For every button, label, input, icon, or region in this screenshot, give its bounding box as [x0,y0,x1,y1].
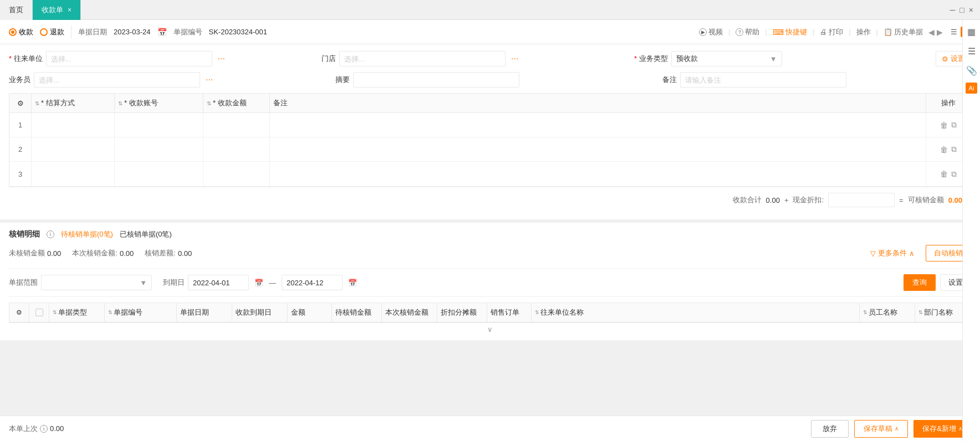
amount-sort-icon[interactable]: ⇅ [207,100,211,106]
row-3-remark[interactable] [270,162,926,186]
footer-info-icon[interactable]: i [40,425,48,433]
row-1-copy-icon[interactable]: ⧉ [951,120,957,130]
completed-tab[interactable]: 已核销单据(0笔) [120,229,172,239]
sidebar-list-icon[interactable]: ☰ [966,44,978,59]
settlement-sort-icon[interactable]: ⇅ [35,100,39,106]
range-select[interactable]: ▼ [41,275,152,290]
collapse-indicator[interactable]: ∨ [9,325,971,334]
minimize-button[interactable]: ─ [950,6,955,14]
row-1-remark[interactable] [270,113,926,137]
history-action[interactable]: 📋 历史单据 [884,27,923,37]
print-action[interactable]: 🖨 打印 [820,27,843,37]
account-sort-icon[interactable]: ⇅ [118,100,122,106]
due-date-start-calendar-icon[interactable]: 📅 [254,279,263,287]
staff-label: 业务员 [9,75,30,85]
more-conditions-btn[interactable]: ▽ 更多条件 ∧ [870,248,915,258]
pending-tab[interactable]: 待核销单据(0笔) [61,229,113,239]
print-label: 打印 [829,27,843,37]
sidebar-table-icon[interactable]: ▦ [965,24,978,39]
row-2-amount[interactable] [203,137,270,161]
close-button[interactable]: × [969,6,973,14]
settings-col-icon: ⚙ [17,99,24,107]
more-conditions-label: 更多条件 [878,248,907,258]
row-1-amount[interactable] [203,113,270,137]
abandon-label: 放弃 [823,424,837,433]
shortcut-action[interactable]: ⌨ 快捷键 [773,27,807,37]
bt-company-col: ⇅ 往来单位名称 [532,303,860,322]
history-icon: 📋 [884,28,892,36]
sidebar-attachment-icon[interactable]: 📎 [964,63,979,78]
row-1-delete-icon[interactable]: 🗑 [940,121,948,130]
settings-col-header[interactable]: ⚙ [9,94,32,112]
row-3-delete-icon[interactable]: 🗑 [940,170,948,178]
maximize-button[interactable]: □ [959,6,964,14]
notes-input[interactable] [680,72,846,88]
sep5: | [876,28,878,36]
staff-field: 业务员 ··· [9,72,318,88]
refund-radio[interactable]: 退款 [40,27,64,37]
range-chevron-icon: ▼ [140,279,147,287]
bt-settings-col[interactable]: ⚙ [9,303,29,322]
bt-check-col[interactable] [29,303,49,322]
store-input[interactable] [339,51,506,66]
store-more-icon[interactable]: ··· [511,54,518,64]
sep3: | [813,28,814,36]
bt-dept-label: 部门名称 [924,307,953,317]
sidebar-ai-icon[interactable]: Ai [966,83,978,94]
date-separator: — [269,279,276,287]
employee-sort-icon[interactable]: ⇅ [863,310,867,315]
row-1-account[interactable] [115,113,203,137]
help-action[interactable]: ? 帮助 [736,27,759,37]
query-button[interactable]: 查询 [904,274,936,291]
row-3-amount[interactable] [203,162,270,186]
staff-input[interactable] [34,72,200,88]
due-date-start-input[interactable] [188,275,249,290]
bt-amount-label: 金额 [291,307,305,317]
partner-more-icon[interactable]: ··· [218,54,225,64]
tab-home[interactable]: 首页 [0,0,33,20]
row-3-settlement[interactable] [32,162,115,186]
due-date-end-calendar-icon[interactable]: 📅 [348,279,357,287]
type-sort-icon[interactable]: ⇅ [53,310,57,315]
save-draft-button[interactable]: 保存草稿 ∧ [854,420,908,438]
account-col-label: * 收款账号 [124,98,158,108]
row-2-delete-icon[interactable]: 🗑 [940,145,948,154]
dept-sort-icon[interactable]: ⇅ [918,310,923,315]
due-date-end-input[interactable] [282,275,343,290]
action-col-label: 操作 [941,98,956,108]
tab-receipt[interactable]: 收款单 × [33,0,81,20]
video-action[interactable]: ▶ 视频 [699,27,723,37]
writeoff-info-icon[interactable]: i [47,230,54,238]
range-filter-field: 单据范围 ▼ [9,275,152,290]
summary-row: 收款合计 0.00 + 现金折扣: = 可核销金额 0.00 [9,187,971,213]
row-2-account[interactable] [115,137,203,161]
row-2-copy-icon[interactable]: ⧉ [951,145,957,154]
summary-input[interactable] [353,72,519,88]
discount-input[interactable] [828,193,895,207]
staff-more-icon[interactable]: ··· [206,75,213,85]
partner-input[interactable] [46,51,212,66]
row-3-account[interactable] [115,162,203,186]
business-type-select[interactable]: 预收款 ▼ [671,51,782,66]
calendar-icon[interactable]: 📅 [157,28,167,37]
row-1-settlement[interactable] [32,113,115,137]
row-2-remark[interactable] [270,137,926,161]
list-view-icon[interactable]: ☰ [948,27,959,37]
search-filters: 单据范围 ▼ 到期日 📅 — 📅 查询 设置 [9,268,971,297]
help-icon: ? [736,28,743,36]
save-new-label: 保存&新增 [922,424,956,434]
company-sort-icon[interactable]: ⇅ [535,310,539,315]
toolbar-divider-1 [71,25,72,39]
operations-action[interactable]: 操作 [856,27,871,37]
tab-close-icon[interactable]: × [68,6,72,14]
num-sort-icon[interactable]: ⇅ [108,310,113,315]
select-all-checkbox[interactable] [35,309,43,316]
current-info-value: 0.00 [50,424,64,433]
nav-prev-icon[interactable]: ◀ [928,28,935,37]
bt-salesorder-label: 销售订单 [491,307,519,317]
row-3-copy-icon[interactable]: ⧉ [951,170,957,179]
receipt-radio[interactable]: 收款 [9,27,33,37]
row-2-settlement[interactable] [32,137,115,161]
nav-next-icon[interactable]: ▶ [937,28,943,37]
abandon-button[interactable]: 放弃 [811,420,849,438]
